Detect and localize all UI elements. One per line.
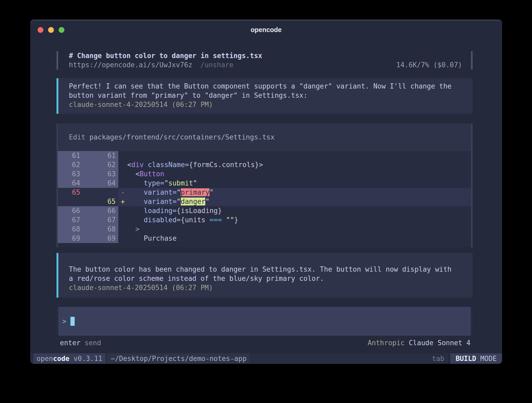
code-line: variant="primary" (127, 188, 214, 197)
session-title: # Change button color to danger in setti… (57, 51, 473, 60)
line-number-new: 65 (83, 197, 118, 206)
text-cursor (70, 317, 75, 326)
hint-row: enter send Anthropic Claude Sonnet 4 (60, 338, 470, 348)
line-number-new: 66 (83, 206, 118, 215)
message-model-meta: claude-sonnet-4-20250514 (06:27 PM) (69, 100, 473, 109)
diff-rows: 61616262<div className={formCs.controls}… (57, 151, 473, 243)
line-number-new: 68 (83, 225, 118, 234)
line-number-old: 65 (57, 188, 83, 197)
line-number-new (83, 188, 118, 197)
message-text-line: a red/rose color scheme instead of the b… (69, 274, 473, 283)
code-line: Purchase (127, 234, 177, 243)
diff-row: 6161 (57, 151, 473, 160)
unshare-command[interactable]: /unshare (201, 60, 233, 70)
prompt-input[interactable]: > (57, 307, 473, 336)
line-number-old: 64 (57, 179, 83, 188)
assistant-message: The button color has been changed to dan… (57, 253, 473, 298)
edit-tool-label: Edit (69, 133, 89, 141)
line-number-old: 61 (57, 151, 83, 160)
status-bar: opencode v0.3.11 ~/Desktop/Projects/demo… (30, 353, 502, 364)
mode-suffix: MODE (476, 355, 497, 363)
prompt-symbol: > (62, 317, 66, 325)
app-version-chip: opencode v0.3.11 (33, 353, 105, 364)
diff-row: 6868 > (57, 225, 473, 234)
diff-marker (118, 234, 127, 243)
code-line: disabled={units === ""} (127, 215, 238, 225)
status-bar-divider (448, 353, 450, 364)
model-name: Claude Sonnet 4 (409, 339, 470, 347)
edit-file-path: packages/frontend/src/containers/Setting… (89, 133, 274, 141)
app-name-code: code (53, 355, 70, 363)
code-line: variant="danger" (127, 197, 209, 206)
line-number-new: 62 (83, 160, 118, 169)
line-number-old: 67 (57, 215, 83, 225)
diff-row: 6363 <Button (57, 169, 473, 179)
diff-marker (118, 151, 127, 160)
diff-marker (118, 169, 127, 179)
line-number-new: 69 (83, 234, 118, 243)
diff-row: 65+ variant="danger" (57, 197, 473, 206)
provider-name: Anthropic (368, 339, 409, 347)
assistant-message: Perfect! I can see that the Button compo… (57, 78, 473, 114)
diff-marker: + (118, 197, 127, 206)
working-directory: ~/Desktop/Projects/demo-notes-app (108, 353, 250, 364)
diff-row: 6666 loading={isLoading} (57, 206, 473, 215)
message-text-line: Perfect! I can see that the Button compo… (69, 82, 473, 91)
line-number-new: 63 (83, 169, 118, 179)
share-url[interactable]: https://opencode.ai/s/UwJxv76z (69, 60, 192, 70)
app-version: v0.3.11 (69, 355, 102, 363)
message-model-meta: claude-sonnet-4-20250514 (06:27 PM) (69, 283, 473, 292)
edit-tool-header: Edit packages/frontend/src/containers/Se… (57, 123, 473, 151)
opencode-window: opencode # Change button color to danger… (30, 20, 502, 364)
line-number-old: 66 (57, 206, 83, 215)
code-line: type="submit" (127, 179, 197, 188)
tab-key-hint[interactable]: tab (432, 353, 444, 364)
edit-tool-block: Edit packages/frontend/src/containers/Se… (57, 123, 473, 247)
status-bar-spacer (250, 353, 432, 364)
line-number-old (57, 197, 83, 206)
message-text-line: button variant from "primary" to "danger… (69, 91, 473, 100)
diff-marker (118, 206, 127, 215)
model-indicator: Anthropic Claude Sonnet 4 (368, 338, 470, 348)
diff-marker: - (118, 188, 127, 197)
line-number-old: 68 (57, 225, 83, 234)
code-line: <Button (127, 169, 164, 179)
diff-row: 65- variant="primary" (57, 188, 473, 197)
line-number-new: 64 (83, 179, 118, 188)
line-number-old: 63 (57, 169, 83, 179)
diff-marker (118, 179, 127, 188)
line-number-new: 67 (83, 215, 118, 225)
code-line: <div className={formCs.controls}> (127, 160, 263, 169)
diff-row: 6767 disabled={units === ""} (57, 215, 473, 225)
code-line: > (127, 225, 140, 234)
line-number-old: 62 (57, 160, 83, 169)
diff-row: 6969 Purchase (57, 234, 473, 243)
diff-marker (118, 160, 127, 169)
diff-marker (118, 225, 127, 234)
line-number-old: 69 (57, 234, 83, 243)
message-text-line: The button color has been changed to dan… (69, 265, 473, 274)
line-number-new: 61 (83, 151, 118, 160)
session-header: # Change button color to danger in setti… (57, 51, 473, 70)
send-action-hint: send (80, 339, 101, 347)
edit-block-footer (57, 243, 473, 247)
mode-name: BUILD (456, 355, 476, 363)
code-line: loading={isLoading} (127, 206, 222, 215)
app-name-open: open (37, 355, 53, 363)
window-title: opencode (30, 26, 502, 34)
diff-marker (118, 215, 127, 225)
send-hint: enter send (60, 338, 101, 348)
enter-key-hint: enter (60, 339, 80, 347)
diff-row: 6464 type="submit" (57, 179, 473, 188)
diff-row: 6262<div className={formCs.controls}> (57, 160, 473, 169)
mode-toggle-chip[interactable]: BUILD MODE (450, 353, 502, 364)
token-usage-cost: 14.6K/7% ($0.07) (396, 60, 462, 70)
